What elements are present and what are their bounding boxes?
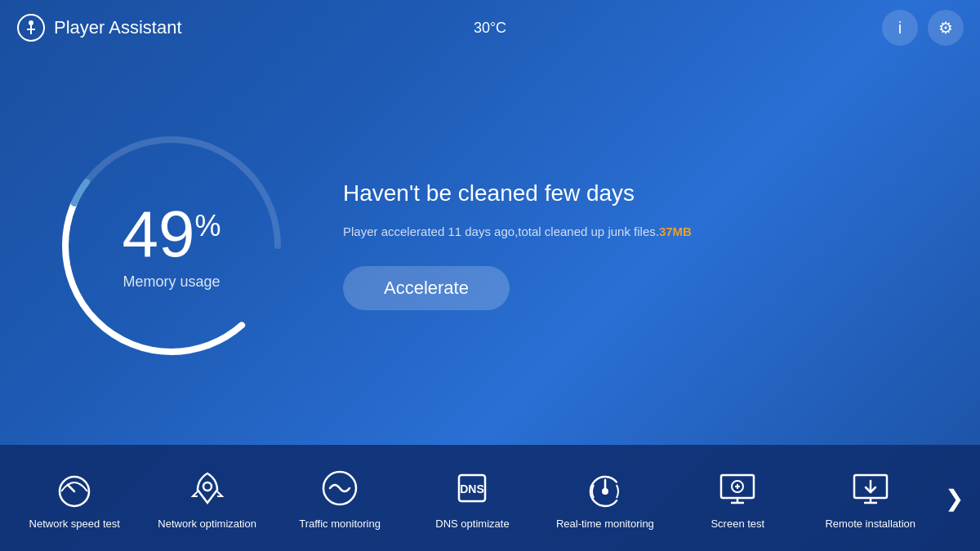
app-title: Player Assistant [54, 17, 182, 38]
status-desc-text: Player accelerated 11 days ago,total cle… [343, 224, 659, 238]
status-description: Player accelerated 11 days ago,total cle… [343, 223, 931, 242]
gauge-label: Memory usage [122, 273, 221, 290]
svg-point-14 [603, 489, 608, 494]
toolbar-item-network-optimization[interactable]: Network optimization [140, 459, 273, 538]
svg-point-8 [203, 482, 212, 491]
toolbar-label-dns-optimize: DNS optimizate [435, 518, 509, 530]
toolbar-item-screen-test[interactable]: Screen test [671, 459, 804, 538]
download-icon [849, 467, 892, 509]
info-button[interactable]: i [882, 10, 918, 46]
toolbar-next-arrow[interactable]: ❯ [937, 485, 972, 512]
svg-text:DNS: DNS [461, 482, 485, 495]
toolbar-label-network-speed-test: Network speed test [29, 518, 120, 530]
logo-area: Player Assistant [16, 13, 182, 42]
toolbar-item-realtime-monitoring[interactable]: Real-time monitoring [539, 459, 671, 538]
app-logo-icon [16, 13, 46, 42]
toolbar-item-traffic-monitoring[interactable]: Traffic monitoring [274, 459, 406, 538]
toolbar-label-screen-test: Screen test [710, 518, 764, 530]
speed-icon [53, 467, 96, 509]
toolbar-item-remote-installation[interactable]: Remote installation [804, 459, 937, 538]
toolbar-label-traffic-monitoring: Traffic monitoring [299, 518, 381, 530]
header-actions: i ⚙ [882, 10, 964, 46]
screen-icon [716, 467, 759, 509]
toolbar-label-remote-installation: Remote installation [825, 518, 915, 530]
dns-icon: DNS [451, 467, 493, 509]
rocket-icon [186, 467, 229, 509]
header: Player Assistant 30°C i ⚙ [0, 0, 980, 56]
status-title: Haven't be cleaned few days [343, 180, 931, 207]
temperature-display: 30°C [474, 20, 506, 37]
settings-button[interactable]: ⚙ [928, 10, 964, 46]
status-panel: Haven't be cleaned few days Player accel… [343, 180, 931, 310]
svg-point-1 [29, 20, 33, 25]
toolbar-items: Network speed test Network optimization … [8, 459, 937, 538]
gauge-symbol: % [194, 211, 220, 240]
status-highlight: 37MB [659, 224, 692, 238]
toolbar-item-dns-optimize[interactable]: DNS DNS optimizate [406, 459, 538, 538]
memory-gauge: 49% Memory usage [49, 123, 294, 368]
toolbar-label-network-optimization: Network optimization [158, 518, 256, 530]
gauge-icon [584, 467, 626, 509]
toolbar-item-network-speed-test[interactable]: Network speed test [8, 459, 140, 538]
toolbar-label-realtime-monitoring: Real-time monitoring [556, 518, 654, 530]
main-content: 49% Memory usage Haven't be cleaned few … [0, 56, 980, 435]
accelerate-button[interactable]: Accelerate [343, 266, 510, 310]
gauge-center: 49% Memory usage [122, 201, 221, 290]
traffic-icon [318, 467, 361, 509]
gauge-value-display: 49% [122, 201, 221, 266]
gauge-number: 49 [122, 201, 195, 266]
bottom-toolbar: Network speed test Network optimization … [0, 445, 980, 551]
